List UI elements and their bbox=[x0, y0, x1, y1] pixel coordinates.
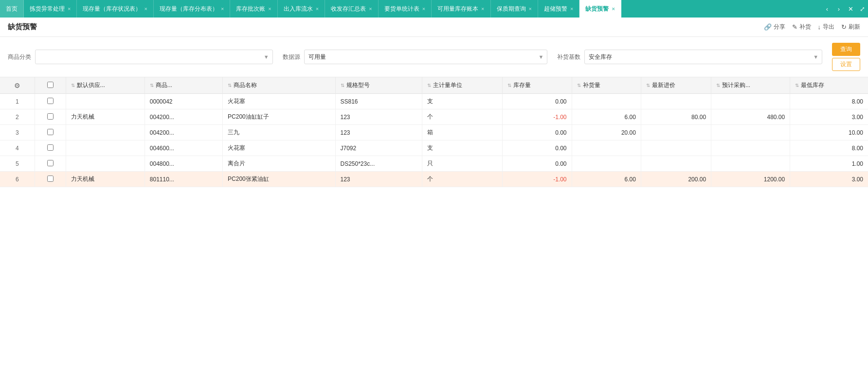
sort-icon[interactable]: ⇅ bbox=[228, 83, 232, 88]
share-button[interactable]: 🔗 分享 bbox=[764, 23, 785, 31]
replenish-button[interactable]: ✎ 补货 bbox=[792, 23, 811, 31]
tab-available-ledger[interactable]: 可用量库存账本 × bbox=[432, 0, 490, 18]
cell-price: 200.00 bbox=[641, 172, 711, 187]
category-label: 商品分类 bbox=[8, 53, 31, 61]
gear-icon[interactable]: ⚙ bbox=[14, 82, 20, 89]
header-actions: 🔗 分享 ✎ 补货 ↓ 导出 ↻ 刷新 bbox=[764, 23, 861, 31]
tab-abnormal-close[interactable]: × bbox=[68, 6, 71, 12]
replenish-basis-select[interactable]: 安全库存 最低库存 bbox=[584, 50, 822, 64]
row-checkbox[interactable] bbox=[47, 160, 54, 166]
cell-name: PC200张紧油缸 bbox=[223, 172, 335, 187]
cell-replenish bbox=[572, 156, 641, 172]
th-forecast: ⇅ 预计采购... bbox=[711, 77, 790, 94]
sort-icon[interactable]: ⇅ bbox=[716, 83, 720, 88]
cell-code: 004800... bbox=[145, 156, 222, 172]
tab-label: 库存批次账 bbox=[236, 5, 265, 13]
cell-code: 004200... bbox=[145, 125, 222, 141]
sort-icon[interactable]: ⇅ bbox=[150, 83, 154, 88]
tab-expand-btn[interactable]: ⤢ bbox=[856, 0, 868, 18]
row-checkbox[interactable] bbox=[47, 98, 54, 104]
table-row[interactable]: 5 004800... 离合片 DS250*23c... 只 0.00 1.00 bbox=[0, 156, 868, 172]
tab-close[interactable]: × bbox=[481, 6, 484, 12]
row-checkbox[interactable] bbox=[47, 129, 54, 135]
datasource-filter-group: 数据源 可用量 库存量 ▼ bbox=[283, 50, 548, 64]
sort-icon[interactable]: ⇅ bbox=[341, 83, 344, 88]
cell-supplier: 力天机械 bbox=[66, 109, 145, 125]
page-header: 缺货预警 🔗 分享 ✎ 补货 ↓ 导出 ↻ 刷新 bbox=[0, 18, 868, 37]
select-all-checkbox[interactable] bbox=[47, 82, 54, 88]
cell-checkbox bbox=[35, 94, 66, 109]
tab-receive-summary[interactable]: 收发存汇总表 × bbox=[325, 0, 378, 18]
cell-unit: 个 bbox=[422, 109, 503, 125]
cell-seq: 5 bbox=[0, 156, 35, 172]
th-code: ⇅ 商品... bbox=[145, 77, 222, 94]
tab-inventory-dist[interactable]: 现存量（库存分布表） × bbox=[154, 0, 230, 18]
table-row[interactable]: 4 004600... 火花塞 J7092 支 0.00 8.00 bbox=[0, 141, 868, 156]
tab-close[interactable]: × bbox=[221, 6, 224, 12]
cell-price bbox=[641, 156, 711, 172]
tab-label: 保质期查询 bbox=[497, 5, 526, 13]
cell-minstock: 10.00 bbox=[790, 125, 868, 141]
tab-close[interactable]: × bbox=[369, 6, 372, 12]
th-forecast-label: 预计采购... bbox=[722, 81, 750, 89]
tab-close[interactable]: × bbox=[268, 6, 271, 12]
sort-icon[interactable]: ⇅ bbox=[507, 83, 511, 88]
tab-home[interactable]: 首页 bbox=[0, 0, 24, 18]
cell-forecast: 480.00 bbox=[711, 109, 790, 125]
cell-name: 火花塞 bbox=[223, 141, 335, 156]
query-button[interactable]: 查询 bbox=[832, 43, 860, 56]
category-select[interactable] bbox=[35, 50, 273, 64]
th-minstock: ⇅ 最低库存 bbox=[790, 77, 868, 94]
sort-icon[interactable]: ⇅ bbox=[646, 83, 650, 88]
cell-stock: 0.00 bbox=[503, 94, 572, 109]
tab-overstock-warning[interactable]: 超储预警 × bbox=[538, 0, 579, 18]
tab-close-btn[interactable]: ✕ bbox=[845, 0, 856, 18]
settings-button[interactable]: 设置 bbox=[832, 58, 860, 71]
table-row[interactable]: 6 力天机械 801110... PC200张紧油缸 123 个 -1.00 6… bbox=[0, 172, 868, 187]
tab-batch-account[interactable]: 库存批次账 × bbox=[230, 0, 277, 18]
table-row[interactable]: 3 004200... 三九 123 箱 0.00 20.00 10.00 bbox=[0, 125, 868, 141]
replenish-icon: ✎ bbox=[792, 23, 797, 31]
sort-icon[interactable]: ⇅ bbox=[71, 83, 75, 88]
tab-close[interactable]: × bbox=[316, 6, 319, 12]
cell-supplier bbox=[66, 156, 145, 172]
data-table: ⚙ ⇅ 默认供应... ⇅ 商品... bbox=[0, 77, 868, 187]
tab-next-btn[interactable]: › bbox=[833, 0, 845, 18]
tab-shortage-close[interactable]: × bbox=[612, 6, 615, 12]
table-row[interactable]: 2 力天机械 004200... PC200油缸缸子 123 个 -1.00 6… bbox=[0, 109, 868, 125]
tab-shortage-warning[interactable]: 缺货预警 × bbox=[579, 0, 621, 18]
th-name: ⇅ 商品名称 bbox=[223, 77, 335, 94]
th-name-label: 商品名称 bbox=[234, 81, 257, 89]
filter-bar: 商品分类 ▼ 数据源 可用量 库存量 ▼ 补货基数 bbox=[0, 37, 868, 77]
cell-code: 004600... bbox=[145, 141, 222, 156]
cell-price: 80.00 bbox=[641, 109, 711, 125]
tab-inventory-status[interactable]: 现存量（库存状况表） × bbox=[77, 0, 153, 18]
tab-expiry-query[interactable]: 保质期查询 × bbox=[491, 0, 538, 18]
cell-name: 离合片 bbox=[223, 156, 335, 172]
row-checkbox[interactable] bbox=[47, 144, 54, 151]
cell-spec: SS816 bbox=[335, 94, 422, 109]
tab-close[interactable]: × bbox=[570, 6, 573, 12]
row-checkbox[interactable] bbox=[47, 113, 54, 120]
sort-icon[interactable]: ⇅ bbox=[427, 83, 431, 88]
cell-checkbox bbox=[35, 141, 66, 156]
export-button[interactable]: ↓ 导出 bbox=[818, 23, 835, 31]
tab-close[interactable]: × bbox=[422, 6, 425, 12]
tab-prev-btn[interactable]: ‹ bbox=[821, 0, 833, 18]
tab-close[interactable]: × bbox=[529, 6, 532, 12]
tab-inout-flow[interactable]: 出入库流水 × bbox=[278, 0, 325, 18]
sort-icon[interactable]: ⇅ bbox=[577, 83, 581, 88]
tab-close[interactable]: × bbox=[144, 6, 147, 12]
tab-abnormal[interactable]: 拣货异常处理 × bbox=[24, 0, 77, 18]
cell-price bbox=[641, 141, 711, 156]
sort-icon[interactable]: ⇅ bbox=[795, 83, 799, 88]
tab-requisition-stat[interactable]: 要货单统计表 × bbox=[379, 0, 432, 18]
datasource-select[interactable]: 可用量 库存量 bbox=[304, 50, 548, 64]
cell-supplier bbox=[66, 141, 145, 156]
row-checkbox[interactable] bbox=[47, 176, 54, 182]
table-header-row: ⚙ ⇅ 默认供应... ⇅ 商品... bbox=[0, 77, 868, 94]
cell-stock: 0.00 bbox=[503, 156, 572, 172]
table-row[interactable]: 1 0000042 火花塞 SS816 支 0.00 8.00 bbox=[0, 94, 868, 109]
refresh-button[interactable]: ↻ 刷新 bbox=[841, 23, 860, 31]
cell-seq: 3 bbox=[0, 125, 35, 141]
